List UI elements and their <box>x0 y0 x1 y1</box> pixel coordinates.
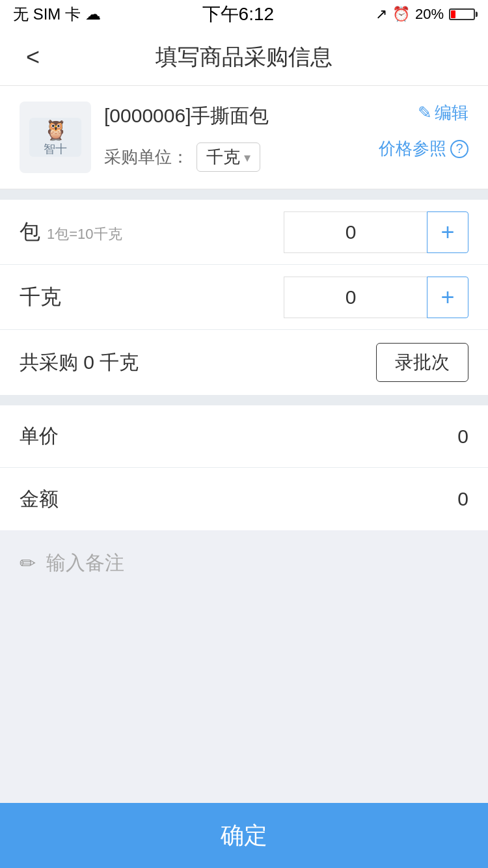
remarks-placeholder: 输入备注 <box>46 550 124 576</box>
unit-price-label: 单价 <box>20 423 59 450</box>
kg-plus-button[interactable]: + <box>427 277 468 318</box>
remarks-section[interactable]: ✏ 输入备注 <box>0 530 488 595</box>
divider-1 <box>0 189 488 200</box>
kg-label-text: 千克 <box>20 283 61 312</box>
nav-bar: < 填写商品采购信息 <box>0 29 488 86</box>
product-name: [0000006]手撕面包 <box>104 103 269 129</box>
bag-sub-text: 1包=10千克 <box>47 224 122 244</box>
location-icon: ↗ <box>375 6 387 23</box>
form-section: 包 1包=10千克 + 千克 + 共采购 0 千克 录批次 <box>0 200 488 395</box>
product-image: 🦉 智十 <box>20 102 91 173</box>
kg-row: 千克 + <box>0 265 488 330</box>
bag-row: 包 1包=10千克 + <box>0 200 488 265</box>
price-ref-button[interactable]: 价格参照 ? <box>379 137 468 160</box>
price-ref-label: 价格参照 <box>379 137 446 160</box>
product-logo: 🦉 智十 <box>29 118 81 157</box>
pencil-icon: ✏ <box>20 552 36 575</box>
product-info: [0000006]手撕面包 采购单位： 千克 ▾ <box>104 103 269 172</box>
amount-value: 0 <box>457 488 468 510</box>
confirm-button[interactable]: 确定 <box>0 803 488 868</box>
product-unit-row: 采购单位： 千克 ▾ <box>104 142 269 172</box>
bag-label: 包 1包=10千克 <box>20 218 122 247</box>
sim-text: 无 SIM 卡 ☁ <box>13 4 101 25</box>
unit-label: 采购单位： <box>104 146 189 169</box>
kg-input-group: + <box>284 277 468 318</box>
kg-input[interactable] <box>284 277 427 318</box>
price-section: 单价 0 金额 0 <box>0 405 488 530</box>
amount-row: 金额 0 <box>0 468 488 530</box>
edit-button[interactable]: ✎ 编辑 <box>418 102 468 124</box>
status-bar: 无 SIM 卡 ☁ 下午6:12 ↗ ⏰ 20% <box>0 0 488 29</box>
edit-icon: ✎ <box>418 103 432 123</box>
battery-percent: 20% <box>415 6 444 23</box>
alarm-icon: ⏰ <box>392 6 410 23</box>
total-row: 共采购 0 千克 录批次 <box>0 330 488 395</box>
battery-icon <box>449 8 475 20</box>
bag-label-text: 包 <box>20 218 40 247</box>
record-button[interactable]: 录批次 <box>376 343 468 382</box>
status-right: ↗ ⏰ 20% <box>375 6 475 23</box>
logo-text: 智十 <box>44 141 67 157</box>
owl-icon: 🦉 <box>44 118 68 141</box>
product-card: 🦉 智十 [0000006]手撕面包 采购单位： 千克 ▾ ✎ 编辑 价格参照 … <box>0 86 488 189</box>
page-title: 填写商品采购信息 <box>156 42 332 72</box>
divider-2 <box>0 395 488 405</box>
kg-label: 千克 <box>20 283 61 312</box>
bag-input[interactable] <box>284 211 427 253</box>
bag-input-group: + <box>284 211 468 253</box>
chevron-down-icon: ▾ <box>244 150 251 165</box>
bag-plus-button[interactable]: + <box>427 211 468 253</box>
amount-label: 金额 <box>20 486 59 513</box>
unit-price-row: 单价 0 <box>0 405 488 468</box>
edit-label: 编辑 <box>435 102 468 124</box>
back-button[interactable]: < <box>20 37 46 77</box>
product-left: 🦉 智十 [0000006]手撕面包 采购单位： 千克 ▾ <box>20 102 269 173</box>
info-icon: ? <box>450 140 468 158</box>
status-left: 无 SIM 卡 ☁ <box>13 4 101 25</box>
bottom-spacer <box>0 595 488 817</box>
unit-price-value: 0 <box>457 426 468 448</box>
unit-value: 千克 <box>206 146 240 169</box>
unit-select[interactable]: 千克 ▾ <box>197 142 260 172</box>
status-time: 下午6:12 <box>202 2 275 27</box>
product-right: ✎ 编辑 价格参照 ? <box>379 102 468 160</box>
total-label: 共采购 0 千克 <box>20 349 139 376</box>
